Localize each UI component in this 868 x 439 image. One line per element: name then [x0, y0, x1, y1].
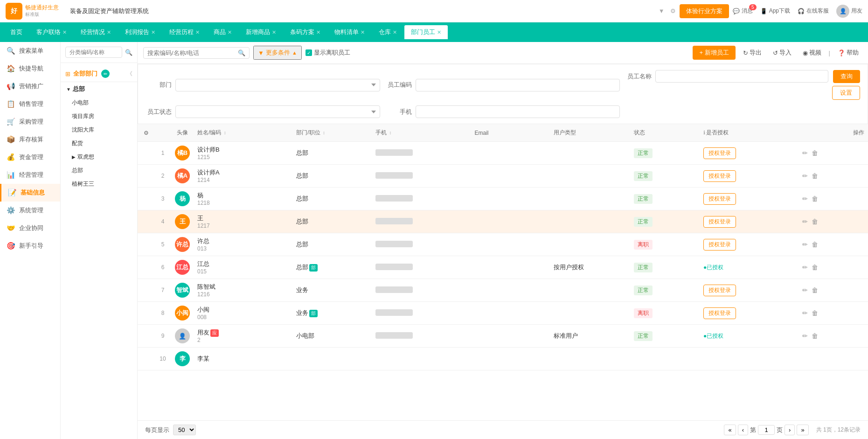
auth-cell[interactable]: 授权登录: [700, 210, 799, 233]
more-conditions-button[interactable]: ▼ 更多条件 ▲: [253, 46, 302, 60]
tab-close-icon[interactable]: ✕: [62, 29, 67, 35]
form-settings-button[interactable]: 设置: [832, 86, 860, 100]
auth-cell[interactable]: 授权登录: [700, 165, 799, 188]
tab-close-icon[interactable]: ✕: [316, 29, 320, 35]
next-page-button[interactable]: ›: [785, 425, 795, 435]
tab-add-goods[interactable]: 新增商品 ✕: [239, 25, 283, 39]
view-button[interactable]: ◉ 视频: [799, 47, 825, 59]
settings-icon[interactable]: ⚙: [670, 7, 676, 14]
delete-icon[interactable]: 🗑: [812, 172, 818, 180]
auth-cell[interactable]: 授权登录: [700, 233, 799, 256]
edit-icon[interactable]: ✏: [802, 332, 808, 340]
tab-close-icon[interactable]: ✕: [361, 29, 365, 35]
col-phone-header[interactable]: 手机 ↕: [372, 124, 471, 142]
sidebar-item-basics[interactable]: 📝 基础信息: [0, 184, 60, 202]
edit-icon[interactable]: ✏: [802, 286, 808, 294]
sidebar-item-sales[interactable]: 📋 销售管理: [0, 95, 60, 113]
dept-item-shuanghu[interactable]: ▶ 双虎想: [61, 150, 137, 164]
delete-icon[interactable]: 🗑: [812, 286, 818, 294]
sidebar-item-system[interactable]: ⚙️ 系统管理: [0, 202, 60, 219]
tab-home[interactable]: 首页: [4, 25, 29, 39]
edit-icon[interactable]: ✏: [802, 264, 808, 271]
tab-warehouse[interactable]: 仓库 ✕: [372, 25, 403, 39]
auth-cell[interactable]: 授权登录: [700, 188, 799, 210]
tab-close-icon[interactable]: ✕: [195, 29, 200, 35]
sidebar-item-inventory[interactable]: 📦 库存核算: [0, 131, 60, 148]
search-icon[interactable]: 🔍: [238, 49, 245, 56]
col-settings[interactable]: ⚙: [138, 124, 154, 142]
tab-barcode[interactable]: 条码方案 ✕: [284, 25, 327, 39]
auth-cell[interactable]: 授权登录: [700, 142, 799, 165]
dept-select[interactable]: [175, 79, 380, 91]
emp-name-input[interactable]: [655, 70, 828, 83]
dept-item-xiaodibu[interactable]: 小电部: [61, 96, 137, 110]
edit-icon[interactable]: ✏: [802, 241, 808, 248]
auth-login-button[interactable]: 授权登录: [703, 170, 736, 182]
edit-icon[interactable]: ✏: [802, 195, 808, 202]
delete-icon[interactable]: 🗑: [812, 195, 818, 202]
dept-search-icon[interactable]: 🔍: [125, 49, 132, 56]
show-departed-toggle[interactable]: ✓ 显示离职员工: [306, 49, 350, 57]
dept-item-shenyang[interactable]: 沈阳大库: [61, 123, 137, 137]
tab-history[interactable]: 经营历程 ✕: [163, 25, 206, 39]
tab-close-icon[interactable]: ✕: [107, 29, 111, 35]
auth-login-button[interactable]: 授权登录: [703, 285, 736, 296]
auth-login-button[interactable]: 授权登录: [703, 193, 736, 205]
dept-item-headquarters[interactable]: ▼ 总部: [61, 82, 137, 96]
auth-login-button[interactable]: 授权登录: [703, 239, 736, 251]
delete-icon[interactable]: 🗑: [812, 309, 818, 317]
col-name-header[interactable]: 姓名/编码 ↕: [194, 124, 292, 142]
query-button[interactable]: 查询: [833, 70, 860, 83]
prev-page-button[interactable]: ‹: [738, 425, 748, 435]
edit-icon[interactable]: ✏: [802, 218, 808, 225]
tab-close-icon[interactable]: ✕: [393, 29, 397, 35]
export-button[interactable]: ↻ 导出: [739, 47, 765, 59]
delete-icon[interactable]: 🗑: [812, 218, 818, 225]
tab-employees[interactable]: 部门员工 ✕: [404, 25, 448, 39]
sidebar-item-guide[interactable]: 🎯 新手引导: [0, 237, 60, 255]
phone-input[interactable]: [416, 105, 620, 118]
user-action[interactable]: 👤 用友: [836, 5, 862, 18]
tab-close-icon[interactable]: ✕: [437, 29, 441, 35]
tab-close-icon[interactable]: ✕: [151, 29, 155, 35]
collapse-panel-icon[interactable]: 《: [127, 70, 132, 78]
sidebar-item-marketing[interactable]: 📢 营销推广: [0, 77, 60, 95]
tab-close-icon[interactable]: ✕: [272, 29, 276, 35]
auth-login-button[interactable]: 授权登录: [703, 216, 736, 228]
sidebar-item-purchase[interactable]: 🛒 采购管理: [0, 113, 60, 131]
all-dept-item[interactable]: ⊞ 全部部门 ✏ 《: [61, 66, 137, 82]
dept-item-delivery[interactable]: 配货: [61, 137, 137, 150]
edit-dept-icon[interactable]: ✏: [101, 70, 110, 78]
message-action[interactable]: 💬 消息 5: [733, 7, 753, 15]
tab-operations[interactable]: 经营情况 ✕: [74, 25, 118, 39]
tab-bom[interactable]: 物料清单 ✕: [328, 25, 371, 39]
tab-customer[interactable]: 客户联络 ✕: [30, 25, 73, 39]
edit-icon[interactable]: ✏: [802, 172, 808, 180]
edit-icon[interactable]: ✏: [802, 149, 808, 157]
tab-close-icon[interactable]: ✕: [228, 29, 232, 35]
col-dept-header[interactable]: 部门/职位 ↕: [292, 124, 372, 142]
dept-item-hq2[interactable]: 总部: [61, 164, 137, 177]
sidebar-item-cooperation[interactable]: 🤝 企业协同: [0, 219, 60, 237]
delete-icon[interactable]: 🗑: [812, 241, 818, 248]
delete-icon[interactable]: 🗑: [812, 332, 818, 340]
tab-profit[interactable]: 利润报告 ✕: [118, 25, 162, 39]
auth-login-button[interactable]: 授权登录: [703, 147, 736, 159]
sidebar-item-finance[interactable]: 💰 资金管理: [0, 148, 60, 166]
first-page-button[interactable]: «: [724, 425, 736, 435]
auth-cell[interactable]: ●已授权: [700, 256, 799, 279]
tab-goods[interactable]: 商品 ✕: [207, 25, 238, 39]
last-page-button[interactable]: »: [797, 425, 808, 435]
auth-login-button[interactable]: 授权登录: [703, 307, 736, 319]
per-page-select[interactable]: 50: [173, 425, 196, 435]
edit-icon[interactable]: ✏: [802, 309, 808, 317]
import-button[interactable]: ↺ 导入: [769, 47, 795, 59]
sidebar-item-search[interactable]: 🔍 搜索菜单: [0, 42, 60, 60]
emp-code-input[interactable]: [416, 79, 620, 91]
dept-item-tree-planting[interactable]: 植树王三: [61, 177, 137, 191]
auth-cell[interactable]: 授权登录: [700, 302, 799, 325]
help-button[interactable]: ❓ 帮助: [834, 47, 862, 59]
auth-cell[interactable]: ●已授权: [700, 325, 799, 348]
trial-button[interactable]: 体验行业方案: [680, 4, 729, 18]
sidebar-item-operations[interactable]: 📊 经营管理: [0, 166, 60, 184]
